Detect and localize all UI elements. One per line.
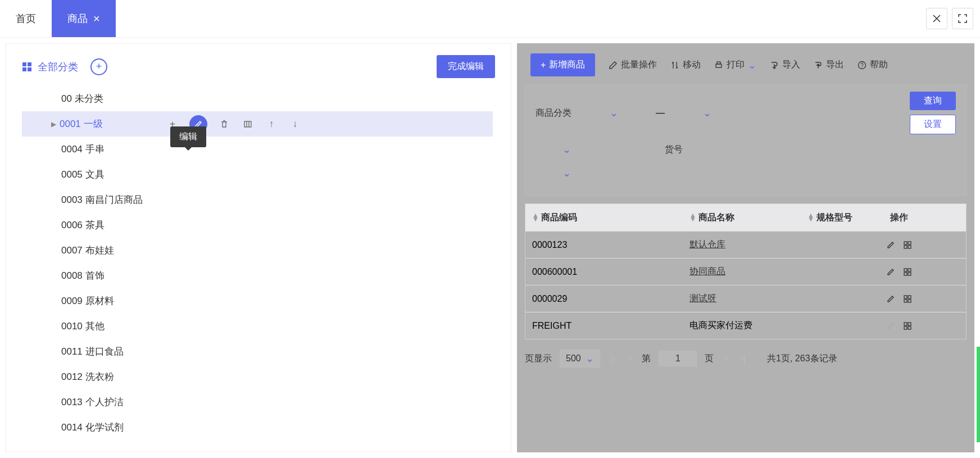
last-page-icon[interactable]: ›|: [737, 353, 748, 365]
product-link[interactable]: 默认仓库: [689, 239, 725, 249]
category-scroll[interactable]: 00 未分类▶0001 一级+↑↓0004 手串0005 文具0003 南昌门店…: [6, 86, 511, 451]
th-op-label: 操作: [890, 212, 908, 224]
export-button[interactable]: 导出: [814, 59, 844, 71]
all-categories-link[interactable]: 全部分类: [38, 60, 78, 74]
category-label: 0005 文具: [61, 168, 105, 181]
per-page-select[interactable]: 500 ⌄: [560, 350, 600, 368]
category-item[interactable]: 0011 进口食品: [22, 339, 493, 364]
row-edit-icon[interactable]: [886, 267, 895, 276]
svg-rect-0: [716, 64, 722, 67]
table-row: 0000123默认仓库: [525, 231, 966, 258]
chevron-down-icon: ⌄: [562, 167, 571, 179]
notification-bar[interactable]: [977, 347, 980, 442]
category-label: 0004 手串: [61, 143, 105, 156]
settings-button[interactable]: 设置: [910, 115, 956, 134]
category-item[interactable]: 0009 原材料: [22, 288, 493, 314]
filter-category-select2[interactable]: ⌄: [676, 105, 738, 121]
x-icon: [932, 13, 942, 24]
row-edit-icon[interactable]: [886, 321, 895, 330]
th-code-label: 商品编码: [541, 212, 577, 224]
table-header: ▲▼商品编码 ▲▼商品名称 ▲▼规格型号 操作: [525, 204, 966, 231]
tab-products[interactable]: 商品 ×: [52, 0, 116, 37]
svg-rect-14: [904, 300, 907, 302]
sort-icon: ▲▼: [532, 214, 539, 221]
filter-select3[interactable]: ⌄: [536, 141, 597, 158]
product-link[interactable]: 测试呀: [689, 293, 716, 303]
category-label: 0006 茶具: [61, 219, 105, 232]
first-page-icon[interactable]: |‹: [608, 353, 619, 365]
category-label: 0008 首饰: [61, 269, 105, 282]
row-more-icon[interactable]: [903, 241, 912, 250]
prev-page-icon[interactable]: ‹: [626, 353, 634, 365]
svg-rect-23: [28, 67, 31, 71]
sort-icon: ▲▼: [689, 214, 696, 221]
category-item[interactable]: 0006 茶具: [22, 212, 493, 238]
row-more-icon[interactable]: [903, 294, 912, 303]
close-all-button[interactable]: [926, 8, 947, 29]
svg-rect-20: [22, 62, 26, 66]
category-item[interactable]: 0005 文具: [22, 162, 493, 187]
category-panel-header: 全部分类 + 完成编辑: [6, 55, 511, 86]
category-item[interactable]: 0007 布娃娃: [22, 238, 493, 263]
columns-icon[interactable]: [241, 117, 255, 131]
move-up-icon[interactable]: ↑: [265, 117, 278, 131]
help-button[interactable]: ? 帮助: [858, 59, 888, 71]
batch-button[interactable]: 批量操作: [609, 59, 657, 71]
done-editing-button[interactable]: 完成编辑: [437, 55, 495, 78]
query-button[interactable]: 查询: [910, 92, 956, 110]
cell-op: [863, 321, 936, 330]
page-input[interactable]: 1: [659, 351, 697, 366]
pagination: 页显示 500 ⌄ |‹ ‹ 第 1 页 › ›| 共1页, 263条记录: [517, 339, 974, 378]
move-button[interactable]: 移动: [670, 59, 701, 71]
product-link[interactable]: 协同商品: [689, 266, 725, 276]
fullscreen-button[interactable]: [952, 8, 973, 29]
toolbar: + 新增商品 批量操作 移动 打印 ⌄ 导入: [517, 43, 974, 84]
svg-text:?: ?: [861, 62, 864, 69]
category-label: 0003 南昌门店商品: [61, 193, 143, 206]
category-item[interactable]: 0013 个人护洁: [22, 389, 493, 415]
delete-icon[interactable]: [217, 117, 231, 131]
th-spec[interactable]: ▲▼规格型号: [801, 212, 863, 224]
category-item[interactable]: 0003 南昌门店商品: [22, 187, 493, 212]
add-category-button[interactable]: +: [90, 58, 107, 75]
th-op: 操作: [863, 212, 936, 224]
import-button[interactable]: 导入: [770, 59, 800, 71]
category-item[interactable]: 0010 其他: [22, 314, 493, 339]
row-more-icon[interactable]: [903, 321, 912, 330]
row-edit-icon[interactable]: [886, 294, 895, 303]
expand-icon[interactable]: ▶: [51, 120, 56, 128]
category-item[interactable]: 0008 首饰: [22, 263, 493, 288]
filter-select4[interactable]: ⌄: [536, 165, 597, 182]
category-label: 0011 进口食品: [61, 345, 124, 358]
svg-rect-15: [908, 300, 911, 302]
th-code[interactable]: ▲▼商品编码: [525, 212, 683, 224]
cell-op: [863, 267, 936, 276]
category-label: 0001 一级: [60, 117, 103, 130]
svg-rect-18: [904, 327, 907, 329]
category-item[interactable]: ▶0001 一级+↑↓: [22, 111, 493, 137]
category-label: 0007 布娃娃: [61, 244, 114, 257]
category-label: 0013 个人护洁: [61, 396, 124, 409]
table-row: FREIGHT电商买家付运费: [525, 312, 966, 339]
filter-category-select[interactable]: ⌄: [583, 105, 645, 121]
row-more-icon[interactable]: [903, 267, 912, 276]
add-product-button[interactable]: + 新增商品: [530, 53, 595, 76]
tab-home[interactable]: 首页: [0, 0, 52, 37]
fullscreen-icon: [958, 13, 968, 24]
print-button[interactable]: 打印 ⌄: [714, 59, 756, 71]
chevron-down-icon: ⌄: [703, 107, 711, 119]
export-icon: [814, 61, 823, 70]
row-edit-icon[interactable]: [886, 241, 895, 250]
th-name[interactable]: ▲▼商品名称: [683, 212, 801, 224]
svg-rect-19: [908, 327, 911, 329]
category-item[interactable]: 0012 洗衣粉: [22, 364, 493, 389]
category-item[interactable]: 0004 手串: [22, 137, 493, 162]
cell-name: 测试呀: [683, 293, 801, 305]
category-item[interactable]: 00 未分类: [22, 86, 493, 111]
close-icon[interactable]: ×: [93, 12, 100, 25]
category-item[interactable]: 0014 化学试剂: [22, 415, 493, 440]
next-page-icon[interactable]: ›: [722, 353, 729, 365]
tab-products-label: 商品: [67, 12, 88, 25]
per-page-value: 500: [566, 353, 581, 364]
move-down-icon[interactable]: ↓: [288, 117, 302, 131]
